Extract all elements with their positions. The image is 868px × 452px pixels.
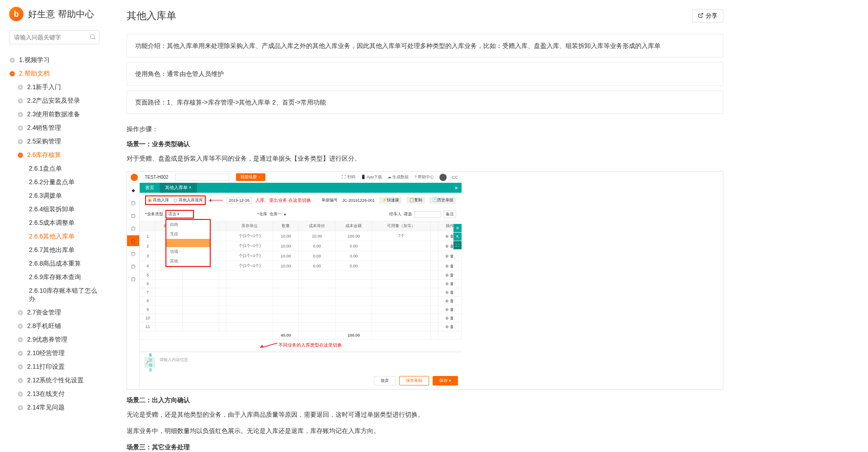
nav-item[interactable]: 2.6.10库存账本错了怎么办 bbox=[9, 284, 99, 306]
page-title: 其他入库单 bbox=[127, 9, 176, 23]
nav-item[interactable]: 2.4销售管理 bbox=[9, 121, 99, 135]
mock-th bbox=[219, 221, 226, 231]
mock-side-icon: ⟳ bbox=[453, 224, 462, 232]
nav-item[interactable]: 1.视频学习 bbox=[9, 53, 99, 67]
nav-item[interactable]: 2.14常见问题 bbox=[9, 401, 99, 414]
table-row: 8⊕ 🗑 bbox=[140, 297, 462, 305]
nav-label: 2.10经营管理 bbox=[27, 349, 65, 357]
mock-th: 可用量（加等） bbox=[372, 221, 431, 231]
role-box: 使用角色：通常由仓管人员维护 bbox=[127, 62, 723, 86]
path-label: 页面路径： bbox=[135, 99, 167, 106]
plus-circle-icon bbox=[17, 337, 24, 343]
table-row: 6⊕ 🗑 bbox=[140, 280, 462, 288]
mock-annotation-1: 入库、退出业务 在这里切换 bbox=[255, 197, 311, 204]
nav-label: 2.5采购管理 bbox=[27, 138, 61, 146]
plus-circle-icon bbox=[17, 350, 24, 357]
mock-date-input: 2019-12-26 bbox=[226, 197, 252, 204]
mock-history-button: 🕐历史单据 bbox=[429, 197, 456, 204]
nav-label: 2.1新手入门 bbox=[27, 83, 61, 91]
plus-circle-icon bbox=[17, 138, 24, 145]
table-row: 9⊕ 🗑 bbox=[140, 305, 462, 314]
nav-label: 1.视频学习 bbox=[19, 56, 50, 64]
share-button[interactable]: 分享 bbox=[692, 9, 723, 23]
mock-th: 成本单价 bbox=[299, 221, 335, 231]
table-row: 7⊕ 🗑 bbox=[140, 288, 462, 297]
mock-header-id: TEST-H002 bbox=[145, 175, 168, 180]
nav-label: 2.2产品安装及登录 bbox=[27, 97, 80, 105]
nav-item[interactable]: 2.6.3调拨单 bbox=[9, 189, 99, 203]
mock-ck-value: 仓库一 bbox=[269, 211, 282, 217]
nav-item[interactable]: 2.6.4组装拆卸单 bbox=[9, 203, 99, 216]
plus-circle-icon bbox=[17, 391, 24, 397]
mock-ck-label: *仓库 bbox=[257, 211, 267, 217]
mock-remark-placeholder: 请输入内容信息 bbox=[160, 357, 457, 368]
mock-tab-home: 首页 bbox=[140, 183, 160, 193]
table-total-row: 40.00100.00 bbox=[140, 331, 462, 340]
nav-item[interactable]: 2.6.5成本调整单 bbox=[9, 216, 99, 230]
mock-nav-icon: ▢ bbox=[127, 210, 139, 221]
svg-line-49 bbox=[262, 343, 278, 347]
brand-text: 好生意 帮助中心 bbox=[28, 8, 94, 20]
mock-remark-label: 备注 bbox=[443, 210, 456, 218]
nav-item[interactable]: 2.3使用前数据准备 bbox=[9, 108, 99, 121]
nav-item[interactable]: 2.9优惠券管理 bbox=[9, 333, 99, 347]
nav-item[interactable]: 2.10经营管理 bbox=[9, 347, 99, 360]
plus-circle-icon bbox=[17, 98, 24, 104]
nav-label: 2.9优惠券管理 bbox=[27, 336, 67, 344]
steps-section: 操作步骤： 场景一：业务类型确认 对于受赠、盘盈或是拆装入库等不同的业务，是通过… bbox=[127, 125, 723, 452]
nav-item[interactable]: 2.1新手入门 bbox=[9, 81, 99, 94]
plus-circle-icon bbox=[17, 111, 24, 118]
mock-logo-icon bbox=[131, 174, 138, 181]
nav-label: 2.4销售管理 bbox=[27, 124, 61, 132]
mock-docno-label: 单据编号 bbox=[321, 197, 338, 203]
mock-nav-icon: ◆ bbox=[127, 185, 139, 195]
nav-item[interactable]: 2.6.9库存账本查询 bbox=[9, 271, 99, 284]
plus-circle-icon bbox=[17, 125, 24, 131]
mock-radio-checked-icon bbox=[148, 199, 151, 202]
nav-list: 1.视频学习2.帮助文档2.1新手入门2.2产品安装及登录2.3使用前数据准备2… bbox=[9, 53, 99, 414]
mock-person-value: 请选 bbox=[404, 211, 412, 217]
scene2-desc1: 无论是受赠，还是其他类型的业务，由于入库商品质量等原因，需要退回，这时可通过单据… bbox=[127, 409, 723, 420]
nav-label: 2.6.5成本调整单 bbox=[29, 219, 75, 227]
page-header: 其他入库单 分享 bbox=[127, 9, 723, 23]
search-input[interactable] bbox=[9, 30, 99, 44]
nav-item[interactable]: 2.12系统个性化设置 bbox=[9, 374, 99, 387]
search-icon[interactable] bbox=[90, 33, 96, 41]
mock-side-icon: ⇱ bbox=[453, 233, 462, 241]
nav-item[interactable]: 2.6.6其他入库单 bbox=[9, 230, 99, 243]
nav-item[interactable]: 2.8手机旺铺 bbox=[9, 319, 99, 333]
nav-item[interactable]: 2.6.1盘点单 bbox=[9, 162, 99, 176]
mock-copy-button: 📋复制 bbox=[406, 197, 425, 204]
plus-circle-icon bbox=[17, 364, 24, 370]
plus-circle-icon bbox=[17, 84, 24, 90]
mock-scan-icon: ⛶ 扫码 bbox=[342, 174, 355, 180]
nav-item[interactable]: 2.帮助文档 bbox=[9, 67, 99, 81]
nav-item[interactable]: 2.6库存核算 bbox=[9, 148, 99, 162]
mock-save-button: 保存 ▾ bbox=[433, 376, 458, 385]
scene1-desc: 对于受赠、盘盈或是拆装入库等不同的业务，是通过单据头【业务类型】进行区分。 bbox=[127, 153, 723, 164]
nav-item[interactable]: 2.2产品安装及登录 bbox=[9, 94, 99, 108]
nav-item[interactable]: 2.7资金管理 bbox=[9, 306, 99, 319]
nav-item[interactable]: 2.6.8商品成本重算 bbox=[9, 257, 99, 271]
nav-item[interactable]: 2.13在线支付 bbox=[9, 387, 99, 401]
nav-label: 2.6.3调拨单 bbox=[29, 192, 62, 200]
nav-item[interactable]: 2.6.7其他出库单 bbox=[9, 243, 99, 257]
intro-box: 功能介绍：其他入库单用来处理除采购入库、产成品入库之外的其他入库业务，因此其他入… bbox=[127, 34, 723, 57]
nav-label: 2.6.10库存账本错了怎么办 bbox=[29, 287, 99, 303]
intro-label: 功能介绍： bbox=[135, 42, 167, 49]
mock-dropdown-item: 无偿 bbox=[166, 229, 210, 239]
nav-label: 2.6.6其他入库单 bbox=[29, 233, 75, 241]
nav-item[interactable]: 2.6.2分量盘点单 bbox=[9, 176, 99, 189]
mock-dropdown: 自由无偿 功境其他 bbox=[165, 219, 211, 267]
scene1-title: 场景一：业务类型确认 bbox=[127, 140, 723, 148]
table-row: 11⊕ 🗑 bbox=[140, 323, 462, 331]
mock-type-label: *业务类型 bbox=[145, 211, 163, 217]
mock-nav-icon: ▢ bbox=[127, 261, 139, 271]
mock-radio-icon bbox=[174, 199, 177, 202]
mock-dropdown-item: 自由 bbox=[166, 220, 210, 229]
mock-tabs: 首页 其他入库单 × ✕ bbox=[140, 183, 462, 193]
mock-annotation-2: 不同业务的入库类型在这里切换 bbox=[140, 340, 462, 351]
nav-item[interactable]: 2.5采购管理 bbox=[9, 135, 99, 148]
nav-item[interactable]: 2.11打印设置 bbox=[9, 360, 99, 374]
svg-line-48 bbox=[700, 13, 703, 16]
